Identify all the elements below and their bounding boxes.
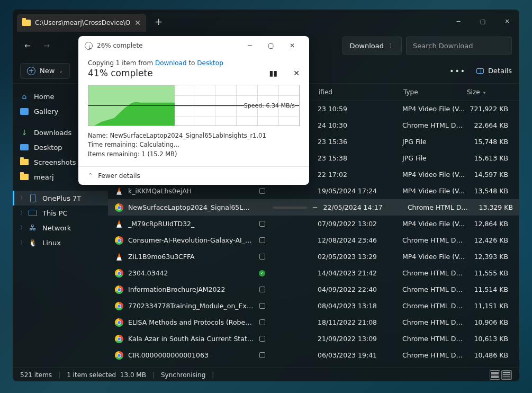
col-size[interactable]: Size▾ <box>467 88 509 96</box>
vlc-icon <box>114 186 124 196</box>
status-sync: Synchronising <box>161 371 205 379</box>
date-modified: 02/05/2023 13:29 <box>318 253 402 261</box>
date-modified: 19/05/2024 17:24 <box>318 187 402 195</box>
status-selection: 1 item selected 13.0 MB <box>67 371 146 379</box>
dialog-maximize-button[interactable]: ▢ <box>260 36 282 55</box>
table-row[interactable]: Consumer-AI-Revolution-Galaxy-AI_Sign...… <box>108 232 519 248</box>
sidebar-item-network[interactable]: 〉🖧Network <box>13 220 108 235</box>
sidebar-item-oneplus7t[interactable]: 〉OnePlus 7T <box>13 191 108 206</box>
progress-percent: 41% complete <box>88 68 153 78</box>
sidebar-item-thispc[interactable]: 〉This PC <box>13 206 108 220</box>
details-pane-button[interactable]: Details <box>476 67 512 75</box>
src-link[interactable]: Download <box>155 59 187 67</box>
view-toggles <box>490 370 512 380</box>
chevron-right-icon: 〉 <box>20 224 25 231</box>
date-modified: 07/09/2022 13:02 <box>318 220 402 228</box>
file-size: 12,426 KB <box>466 236 508 244</box>
table-row[interactable]: 7702334778Training_Module_on_Extrapul...… <box>108 298 519 314</box>
breadcrumb-item[interactable]: Download <box>349 42 384 50</box>
back-button[interactable]: ← <box>20 38 35 53</box>
new-tab-button[interactable]: + <box>155 16 163 27</box>
network-icon: 🖧 <box>29 224 37 232</box>
file-size: 22,664 KB <box>466 121 508 129</box>
table-row[interactable]: 2304.0344214/04/2023 21:42Chrome HTML Do… <box>108 265 519 281</box>
download-icon: ↓ <box>20 128 29 137</box>
tab-title: C:\Users\mearj\CrossDevice\O <box>35 19 130 26</box>
date-modified: 22 17:02 <box>318 171 402 178</box>
pause-button[interactable]: ▮▮ <box>269 69 277 77</box>
table-row[interactable]: ZiL1B9mo63u3CFFA02/05/2023 13:29MP4 Vide… <box>108 248 519 265</box>
file-size: 11,151 KB <box>466 302 508 310</box>
date-modified: 23 15:38 <box>318 154 402 162</box>
window-controls: ─ ▢ ✕ <box>446 10 519 33</box>
copy-summary: Copying 1 item from Download to Desktop <box>88 59 300 67</box>
details-icon <box>476 68 484 74</box>
sync-status-icon <box>257 188 267 194</box>
view-details-button[interactable] <box>501 370 512 380</box>
cancel-button[interactable]: ✕ <box>293 69 300 77</box>
folder-icon <box>20 158 29 166</box>
file-type: JPG File <box>402 138 466 146</box>
file-type: MP4 Video File (V... <box>402 253 466 261</box>
table-row[interactable]: BCW55843319/03/2023 16:36Chrome HTML Do1… <box>108 363 519 368</box>
file-size: 13,548 KB <box>466 187 508 195</box>
sync-status-icon <box>257 254 267 260</box>
folder-icon <box>22 20 31 26</box>
sync-status-icon <box>257 336 267 342</box>
file-size: 13,329 KB <box>471 203 513 211</box>
sync-status-icon <box>257 270 267 276</box>
table-row[interactable]: k_iKKMQaLhs0ejAH19/05/2024 17:24MP4 Vide… <box>108 183 519 199</box>
sidebar-item-linux[interactable]: 〉🐧Linux <box>13 235 108 250</box>
file-type: MP4 Video File (V... <box>402 171 466 178</box>
forward-button[interactable]: → <box>39 38 54 53</box>
date-modified: 23 10:59 <box>318 105 402 113</box>
file-name: ELISA Methods and Protocols (Robert Hn..… <box>128 318 254 326</box>
date-modified: 21/09/2022 13:09 <box>318 335 402 343</box>
fewer-details-button[interactable]: ⌃ Fewer details <box>78 166 309 185</box>
dialog-minimize-button[interactable]: ─ <box>239 36 260 55</box>
dialog-title: 26% complete <box>97 42 143 49</box>
file-name: k_iKKMQaLhs0ejAH <box>128 187 254 195</box>
linux-icon: 🐧 <box>29 238 37 247</box>
breadcrumb[interactable]: Download 〉 <box>342 37 402 55</box>
date-modified: 14/04/2023 21:42 <box>318 269 402 277</box>
chrome-icon <box>114 351 124 360</box>
chrome-icon <box>114 203 124 212</box>
home-icon: ⌂ <box>20 92 29 101</box>
window-tab[interactable]: C:\Users\mearj\CrossDevice\O ✕ <box>17 14 146 32</box>
search-input[interactable]: Search Download <box>406 37 512 55</box>
view-thumbnails-button[interactable] <box>490 370 500 380</box>
table-row[interactable]: CIR.000000000000106306/03/2023 19:41Chro… <box>108 347 519 363</box>
plus-icon: + <box>27 67 35 75</box>
more-button[interactable]: ••• <box>449 67 466 75</box>
table-row[interactable]: InformationBrochureJAM202204/09/2022 22:… <box>108 281 519 298</box>
file-name: Kala Azar in South Asia Current Status a… <box>128 335 254 343</box>
table-row[interactable]: _M79cRpRUIdTD32_07/09/2022 13:02MP4 Vide… <box>108 216 519 232</box>
table-row[interactable]: Kala Azar in South Asia Current Status a… <box>108 331 519 347</box>
new-button[interactable]: + New ⌄ <box>20 63 70 79</box>
close-tab-button[interactable]: ✕ <box>134 19 141 27</box>
chrome-icon <box>114 318 124 327</box>
file-size: 11,514 KB <box>466 285 508 293</box>
table-row[interactable]: NewSurfaceLaptop2024_Signal65LabInsig...… <box>108 199 519 216</box>
sync-status-icon <box>257 287 267 292</box>
sync-status-icon <box>257 237 267 243</box>
dst-link[interactable]: Desktop <box>197 59 223 67</box>
close-window-button[interactable]: ✕ <box>495 10 519 33</box>
file-size: 10,486 KB <box>466 351 508 359</box>
date-modified: 12/08/2024 23:46 <box>318 236 402 244</box>
table-row[interactable]: ELISA Methods and Protocols (Robert Hn..… <box>108 314 519 331</box>
maximize-button[interactable]: ▢ <box>471 10 495 33</box>
minimize-button[interactable]: ─ <box>446 10 471 33</box>
file-type: Chrome HTML Do... <box>408 203 471 211</box>
chevron-right-icon: 〉 <box>20 194 25 202</box>
file-size: 15,613 KB <box>466 154 508 162</box>
file-type: Chrome HTML Do... <box>402 236 466 244</box>
file-size: 721,922 KB <box>466 105 508 113</box>
file-size: 12,864 KB <box>466 220 508 228</box>
date-modified: 18/11/2022 21:08 <box>318 318 402 326</box>
date-modified: 08/04/2023 13:18 <box>318 302 402 310</box>
col-modified[interactable]: ified <box>319 88 403 96</box>
col-type[interactable]: Type <box>403 88 467 96</box>
dialog-close-button[interactable]: ✕ <box>282 36 303 55</box>
